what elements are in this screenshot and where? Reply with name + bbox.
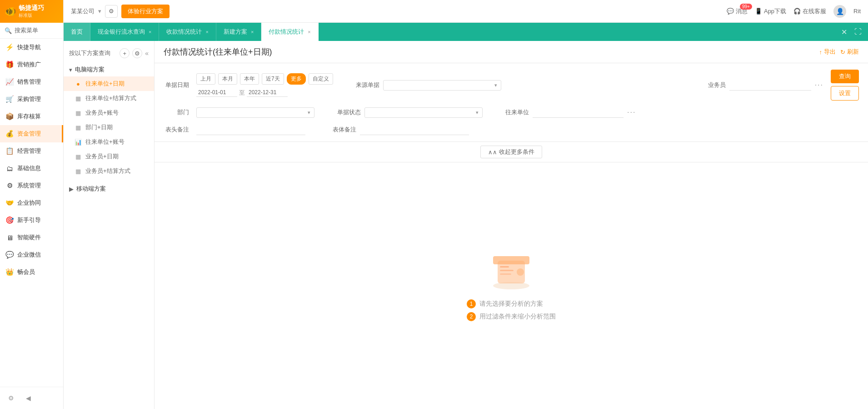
- tab-bank[interactable]: 现金银行流水查询 ×: [90, 23, 159, 41]
- topbar-gear-btn[interactable]: ⚙: [105, 5, 118, 18]
- scheme-item-1[interactable]: ▦ 往来单位+结算方式: [64, 91, 154, 106]
- export-btn[interactable]: ↑ 导出: [819, 48, 836, 56]
- sidebar-item-enterprise[interactable]: 🤝 企业协同: [0, 194, 63, 212]
- panel-collapse-btn[interactable]: «: [145, 50, 149, 57]
- sidebar-item-system[interactable]: ⚙ 系统管理: [0, 177, 63, 194]
- date-more-btn[interactable]: 更多: [287, 73, 306, 85]
- svg-point-6: [517, 268, 524, 276]
- sidebar-collapse-btn[interactable]: ◀: [22, 392, 35, 404]
- scheme-item-4[interactable]: 📊 往来单位+账号: [64, 135, 154, 149]
- query-btn[interactable]: 查询: [831, 70, 859, 83]
- tab-home[interactable]: 首页: [64, 23, 90, 41]
- header-note-input[interactable]: [196, 124, 305, 135]
- tab-payment[interactable]: 付款情况统计 ×: [261, 23, 318, 41]
- app-download-btn[interactable]: 📱 App下载: [755, 7, 786, 15]
- scheme-icon-1: ▦: [75, 95, 82, 102]
- svg-rect-5: [500, 273, 511, 275]
- sidebar-item-marketing[interactable]: 🎁 营销推广: [0, 56, 63, 73]
- collapse-more-btn[interactable]: ∧∧ 收起更多条件: [480, 146, 542, 158]
- sidebar-item-shortcut[interactable]: ⚡ 快捷导航: [0, 39, 63, 56]
- date-last-month-btn[interactable]: 上月: [196, 73, 215, 85]
- scheme-item-label: 业务员+结算方式: [85, 167, 130, 175]
- receipt-tab-close[interactable]: ×: [205, 29, 208, 35]
- sidebar-item-capital[interactable]: 💰 资金管理: [0, 125, 63, 142]
- date-start-input[interactable]: [196, 88, 237, 97]
- counterparty-input[interactable]: [533, 107, 624, 118]
- sidebar-item-operations[interactable]: 📋 经营管理: [0, 142, 63, 160]
- hint-num-2: 2: [467, 312, 476, 321]
- tab-receipt[interactable]: 收款情况统计 ×: [159, 23, 216, 41]
- tab-expand-btn[interactable]: ⛶: [852, 26, 864, 38]
- desktop-group-title[interactable]: ▾ 电脑端方案: [64, 63, 154, 76]
- sidebar-item-purchase[interactable]: 🛒 采购管理: [0, 91, 63, 108]
- marketing-icon: 🎁: [5, 61, 14, 69]
- inventory-icon: 📦: [5, 112, 14, 121]
- sidebar-item-label: 销售管理: [17, 78, 41, 86]
- receipt-tab-label: 收款情况统计: [166, 28, 202, 36]
- date-this-month-btn[interactable]: 本月: [218, 73, 237, 85]
- sidebar-settings-btn[interactable]: ⚙: [5, 392, 17, 404]
- salesperson-input[interactable]: [729, 80, 811, 91]
- search-menu[interactable]: 🔍 搜索菜单: [0, 23, 63, 39]
- system-icon: ⚙: [5, 182, 14, 190]
- service-label: 在线客服: [803, 7, 826, 15]
- body-note-input[interactable]: [360, 124, 469, 135]
- search-label: 搜索菜单: [15, 26, 38, 35]
- mobile-scheme-group: ▶ 移动端方案: [64, 180, 154, 197]
- username: Rit: [853, 8, 861, 15]
- message-btn[interactable]: 💬 消息 99+: [727, 7, 748, 15]
- right-panel: 付款情况统计(往来单位+日期) ↑ 导出 ↻ 刷新 单据日期: [155, 41, 868, 409]
- tab-close-all-btn[interactable]: ✕: [838, 26, 850, 38]
- mobile-group-title[interactable]: ▶ 移动端方案: [64, 182, 154, 196]
- refresh-btn[interactable]: ↻ 刷新: [840, 48, 859, 56]
- refresh-icon: ↻: [840, 49, 845, 56]
- enterprise-icon: 🤝: [5, 199, 14, 207]
- desktop-group-label: 电脑端方案: [75, 66, 105, 74]
- salesperson-more-btn[interactable]: ···: [815, 81, 823, 89]
- sidebar-item-smart[interactable]: 🖥 智能硬件: [0, 229, 63, 246]
- sidebar-item-sales[interactable]: 📈 销售管理: [0, 73, 63, 91]
- sidebar-item-label: 智能硬件: [17, 233, 41, 242]
- scheme-item-3[interactable]: ▦ 部门+日期: [64, 120, 154, 135]
- user-avatar: 👤: [833, 5, 846, 18]
- date-custom-btn[interactable]: 自定义: [309, 73, 333, 85]
- dept-select[interactable]: ▾: [196, 107, 314, 118]
- scheme-item-label: 往来单位+日期: [85, 80, 125, 88]
- company-name: 某某公司: [71, 7, 95, 15]
- new-tab-close[interactable]: ×: [251, 29, 254, 35]
- shortcut-icon: ⚡: [5, 43, 14, 51]
- date-end-input[interactable]: [247, 88, 288, 97]
- logo-icon: 🐠: [5, 6, 16, 17]
- settings-btn[interactable]: 设置: [831, 86, 859, 101]
- sidebar-item-basic[interactable]: 🗂 基础信息: [0, 160, 63, 177]
- sidebar-item-vip[interactable]: 👑 畅会员: [0, 263, 63, 281]
- scheme-settings-btn[interactable]: ⚙: [132, 48, 142, 58]
- date-7days-btn[interactable]: 近7天: [262, 73, 284, 85]
- company-dropdown-arrow[interactable]: ▾: [98, 8, 101, 15]
- source-select[interactable]: ▾: [383, 80, 501, 91]
- sidebar-item-label: 企业微信: [17, 251, 41, 259]
- dept-label: 部门: [164, 108, 189, 116]
- scheme-item-2[interactable]: ▦ 业务员+账号: [64, 106, 154, 120]
- tab-new[interactable]: 新建方案 ×: [216, 23, 261, 41]
- payment-tab-close[interactable]: ×: [308, 29, 310, 35]
- scheme-item-0[interactable]: ● 往来单位+日期: [64, 76, 154, 91]
- tabbar: 首页 现金银行流水查询 × 收款情况统计 × 新建方案 × 付款情况统计 × ✕…: [64, 23, 868, 41]
- scheme-icon-2: ▦: [75, 109, 82, 116]
- scheme-item-5[interactable]: ▦ 业务员+日期: [64, 149, 154, 164]
- bank-tab-close[interactable]: ×: [149, 29, 151, 35]
- sidebar-item-guide[interactable]: 🎯 新手引导: [0, 212, 63, 229]
- filter-area: 单据日期 上月 本月 本年 近7天 更多 自定义 至: [155, 63, 868, 142]
- service-btn[interactable]: 🎧 在线客服: [793, 7, 826, 15]
- sidebar-item-wechat[interactable]: 💬 企业微信: [0, 246, 63, 263]
- trial-btn[interactable]: 体验行业方案: [121, 5, 170, 18]
- doc-status-select[interactable]: ▾: [364, 107, 483, 118]
- counterparty-more-btn[interactable]: ···: [627, 108, 636, 116]
- scheme-item-6[interactable]: ▦ 业务员+结算方式: [64, 164, 154, 178]
- sidebar-item-inventory[interactable]: 📦 库存核算: [0, 108, 63, 125]
- add-scheme-btn[interactable]: +: [120, 48, 130, 58]
- date-this-year-btn[interactable]: 本年: [240, 73, 259, 85]
- sidebar: 🐠 畅捷通巧 标准版 🔍 搜索菜单 ⚡ 快捷导航 🎁 营销推广 📈 销售管理 🛒…: [0, 0, 64, 409]
- sidebar-item-label: 新手引导: [17, 216, 41, 224]
- payment-tab-label: 付款情况统计: [269, 28, 304, 36]
